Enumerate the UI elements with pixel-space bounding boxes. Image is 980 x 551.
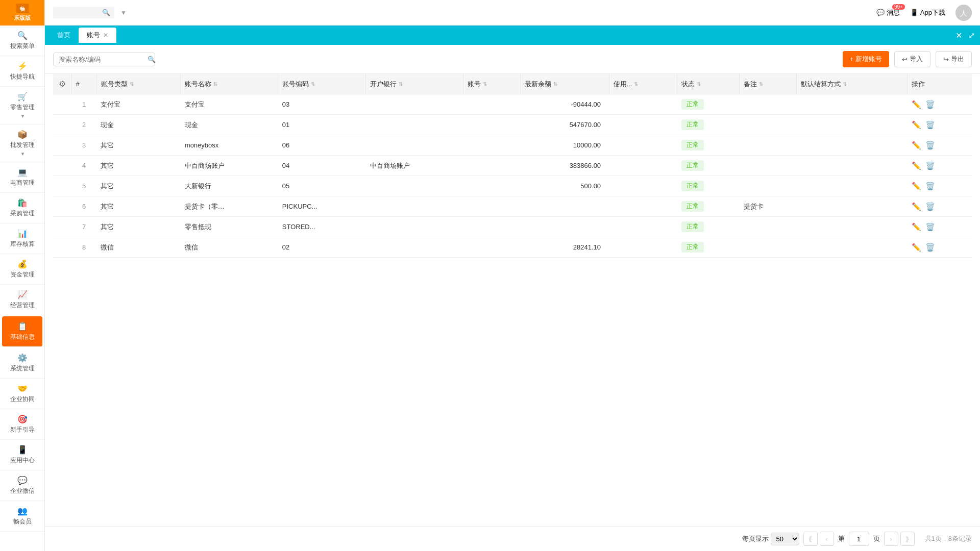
edit-button[interactable]: ✏️ bbox=[912, 141, 921, 150]
sidebar-item-enterprise-wechat[interactable]: 💬 企业微信 bbox=[0, 470, 44, 501]
col-usage[interactable]: 使用... ⇅ bbox=[609, 74, 677, 94]
delete-button[interactable]: 🗑️ bbox=[925, 202, 935, 211]
next-page-button[interactable]: › bbox=[884, 532, 898, 546]
tab-close-all-icon[interactable]: ✕ bbox=[954, 30, 963, 41]
delete-button[interactable]: 🗑️ bbox=[925, 120, 935, 130]
row-note bbox=[740, 94, 797, 115]
delete-button[interactable]: 🗑️ bbox=[925, 243, 935, 252]
table-search-input[interactable] bbox=[59, 56, 144, 63]
topbar-search-box[interactable]: 🔍 bbox=[53, 7, 114, 18]
sidebar-item-enterprise-agreement[interactable]: 🤝 企业协同 bbox=[0, 379, 44, 409]
export-button[interactable]: ↪ 导出 bbox=[936, 51, 972, 67]
add-account-button[interactable]: + 新增账号 bbox=[843, 51, 889, 67]
edit-button[interactable]: ✏️ bbox=[912, 222, 921, 232]
sort-bank-icon: ⇅ bbox=[399, 81, 403, 87]
row-checkbox[interactable] bbox=[53, 176, 71, 196]
row-status: 正常 bbox=[677, 156, 740, 176]
row-bank bbox=[366, 217, 463, 237]
col-name[interactable]: 账号名称 ⇅ bbox=[181, 74, 278, 94]
row-usage bbox=[609, 135, 677, 156]
col-code[interactable]: 账号编码 ⇅ bbox=[278, 74, 366, 94]
row-code: PICKUPC... bbox=[278, 196, 366, 217]
edit-button[interactable]: ✏️ bbox=[912, 161, 921, 170]
row-checkbox[interactable] bbox=[53, 94, 71, 115]
column-settings-icon[interactable]: ⚙ bbox=[59, 80, 66, 88]
row-checkbox[interactable] bbox=[53, 217, 71, 237]
row-checkbox[interactable] bbox=[53, 135, 71, 156]
sidebar-item-operations[interactable]: 📈 经营管理 bbox=[0, 285, 44, 315]
first-page-button[interactable]: ⟪ bbox=[803, 532, 818, 546]
col-account[interactable]: 账号 ⇅ bbox=[463, 74, 521, 94]
messages-badge: 99+ bbox=[892, 4, 905, 10]
edit-button[interactable]: ✏️ bbox=[912, 100, 921, 109]
sidebar-item-purchase[interactable]: 🛍️ 采购管理 bbox=[0, 193, 44, 223]
sidebar-item-ecommerce[interactable]: 💻 电商管理 bbox=[0, 162, 44, 193]
delete-button[interactable]: 🗑️ bbox=[925, 100, 935, 109]
row-bank: 中百商场账户 bbox=[366, 156, 463, 176]
prev-page-button[interactable]: ‹ bbox=[820, 532, 834, 546]
row-default-settle bbox=[797, 217, 908, 237]
table-row: 2 现金 现金 01 547670.00 正常 ✏️ 🗑️ bbox=[53, 115, 972, 135]
table-row: 3 其它 moneybosx 06 10000.00 正常 ✏️ 🗑️ bbox=[53, 135, 972, 156]
page-number-input[interactable] bbox=[849, 532, 869, 546]
sidebar-label-enterprise-agreement: 企业协同 bbox=[10, 395, 35, 404]
topbar-dropdown-arrow[interactable]: ▼ bbox=[120, 9, 127, 16]
col-note[interactable]: 备注 ⇅ bbox=[740, 74, 797, 94]
col-status[interactable]: 状态 ⇅ bbox=[677, 74, 740, 94]
page-size-selector[interactable]: 每页显示 50 100 200 bbox=[742, 533, 799, 545]
row-name: 中百商场账户 bbox=[181, 156, 278, 176]
row-checkbox[interactable] bbox=[53, 156, 71, 176]
row-bank bbox=[366, 196, 463, 217]
sidebar-item-app-center[interactable]: 📱 应用中心 bbox=[0, 440, 44, 470]
per-page-select[interactable]: 50 100 200 bbox=[771, 533, 799, 545]
sidebar-item-wholesale[interactable]: 📦 批发管理 ▼ bbox=[0, 124, 44, 162]
sidebar-item-members[interactable]: 👥 畅会员 bbox=[0, 501, 44, 532]
row-note: 提货卡 bbox=[740, 196, 797, 217]
sidebar-item-new-guide[interactable]: 🎯 新手引导 bbox=[0, 409, 44, 440]
col-type[interactable]: 账号类型 ⇅ bbox=[96, 74, 181, 94]
col-bank[interactable]: 开户银行 ⇅ bbox=[366, 74, 463, 94]
col-default-settle[interactable]: 默认结算方式 ⇅ bbox=[797, 74, 908, 94]
sidebar-item-basic-info[interactable]: 📋 基础信息 bbox=[2, 316, 42, 347]
table-search-icon[interactable]: 🔍 bbox=[148, 56, 156, 63]
delete-button[interactable]: 🗑️ bbox=[925, 222, 935, 232]
edit-button[interactable]: ✏️ bbox=[912, 202, 921, 211]
app-download-button[interactable]: 📱 App下载 bbox=[910, 8, 945, 17]
row-default-settle bbox=[797, 196, 908, 217]
import-button[interactable]: ↩ 导入 bbox=[894, 51, 930, 67]
row-checkbox[interactable] bbox=[53, 115, 71, 135]
page-suffix-label: 页 bbox=[873, 534, 880, 543]
row-checkbox[interactable] bbox=[53, 237, 71, 258]
sidebar-item-quick-nav[interactable]: ⚡ 快捷导航 bbox=[0, 56, 44, 87]
col-settings[interactable]: ⚙ bbox=[53, 74, 71, 94]
ecommerce-icon: 💻 bbox=[17, 167, 28, 177]
sidebar: 畅 乐版版 🔍 搜索菜单 ⚡ 快捷导航 🛒 零售管理 ▼ 📦 批发管理 ▼ 💻 … bbox=[0, 0, 45, 551]
topbar-search-input[interactable] bbox=[58, 9, 99, 16]
delete-button[interactable]: 🗑️ bbox=[925, 182, 935, 191]
delete-button[interactable]: 🗑️ bbox=[925, 161, 935, 170]
sidebar-item-system[interactable]: ⚙️ 系统管理 bbox=[0, 348, 44, 379]
user-avatar[interactable]: 人 bbox=[955, 5, 972, 21]
sidebar-item-retail[interactable]: 🛒 零售管理 ▼ bbox=[0, 87, 44, 124]
tab-home[interactable]: 首页 bbox=[49, 28, 79, 43]
sidebar-item-inventory[interactable]: 📊 库存核算 bbox=[0, 223, 44, 254]
row-usage bbox=[609, 156, 677, 176]
sidebar-item-search[interactable]: 🔍 搜索菜单 bbox=[0, 26, 44, 56]
edit-button[interactable]: ✏️ bbox=[912, 182, 921, 191]
row-status: 正常 bbox=[677, 237, 740, 258]
col-balance[interactable]: 最新余额 ⇅ bbox=[520, 74, 609, 94]
row-checkbox[interactable] bbox=[53, 196, 71, 217]
message-icon: 💬 bbox=[876, 9, 885, 16]
topbar-messages[interactable]: 💬 消息 99+ bbox=[876, 8, 900, 17]
tab-account-close[interactable]: ✕ bbox=[103, 32, 108, 39]
last-page-button[interactable]: ⟫ bbox=[900, 532, 915, 546]
sidebar-label-ecommerce: 电商管理 bbox=[10, 179, 35, 187]
table-search-box[interactable]: 🔍 bbox=[53, 53, 155, 66]
sidebar-item-finance[interactable]: 💰 资金管理 bbox=[0, 254, 44, 285]
page-content: 🔍 + 新增账号 ↩ 导入 ↪ 导出 ⚙ bbox=[45, 45, 980, 551]
delete-button[interactable]: 🗑️ bbox=[925, 141, 935, 150]
tab-expand-icon[interactable]: ⤢ bbox=[967, 30, 976, 41]
tab-account[interactable]: 账号 ✕ bbox=[79, 28, 116, 43]
edit-button[interactable]: ✏️ bbox=[912, 243, 921, 252]
edit-button[interactable]: ✏️ bbox=[912, 120, 921, 130]
